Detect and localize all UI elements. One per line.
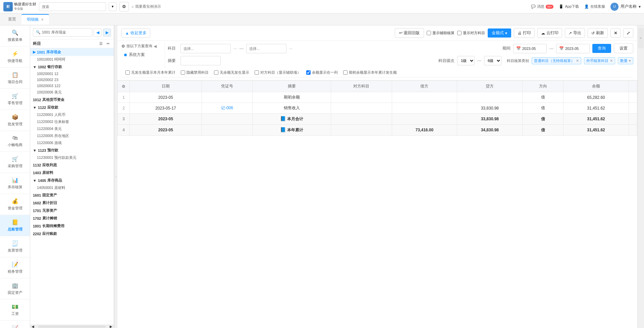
tab-home[interactable]: 首页 [3,14,21,24]
account-group-1001[interactable]: ▶ 1001 库存现金 [30,48,114,56]
sidebar-item-project[interactable]: 📋 项目合同 [0,68,30,89]
tag-close-icon[interactable]: ✕ [610,59,613,63]
account-group-1701[interactable]: 1701 无形资产 [30,207,114,214]
account-list-icon[interactable]: ☰ [98,41,104,47]
sidebar-item-search[interactable]: 🔍 搜索菜单 [0,25,30,47]
account-item-11220001[interactable]: 11220001 人民币 [30,111,114,118]
filter-settings-btn[interactable]: 设置 [614,44,633,53]
user-area[interactable]: U 用户名称 ▾ [610,3,641,11]
cb-opening-balance[interactable]: 期初余额显示本年累计发生额 [343,70,397,75]
sidebar-item-finance[interactable]: 💰 资金管理 [0,194,30,215]
top-dropdown-btn[interactable]: ▾ [109,2,117,11]
settings-gear-btn[interactable]: ⚙ [119,2,129,11]
cb-no-amount-input[interactable] [125,70,130,75]
scroll-prev-btn[interactable]: ◀ [30,324,36,328]
expand-panel-btn[interactable]: ⤢ [623,28,633,38]
account-group-1602[interactable]: 1602 累计折旧 [30,199,114,207]
account-group-1801[interactable]: 1801 长期待摊费用 [30,222,114,230]
cb-no-amount[interactable]: 无发生额显示本月本年累计 [125,70,175,75]
account-item-11220002[interactable]: 11220002 往来标签 [30,118,114,125]
demo-link[interactable]: ○ 我要看实例演示 [131,4,161,9]
refresh-btn[interactable]: ↺ 刷新 [588,28,608,38]
sidebar-item-inventory[interactable]: 📊 库存核算 [0,173,30,194]
account-item-11220005[interactable]: 11220005 所在地区 [30,132,114,139]
tag-close-icon[interactable]: ✕ [576,59,579,63]
account-edit-icon[interactable]: ✏ [105,41,111,47]
cb-opposite-account-input[interactable] [255,70,259,75]
sidebar-item-quick-nav[interactable]: ⚡ 快捷导航 [0,47,30,68]
account-item-14050001[interactable]: 14050001 原材料 [30,184,114,191]
account-group-1002[interactable]: ▼ 1002 银行存款 [30,63,114,71]
edge-collapse-btn[interactable]: › [638,28,644,48]
account-group-1122[interactable]: ▼ 1122 应收款 [30,104,114,111]
summary-input[interactable] [180,56,221,65]
cb-no-balance[interactable]: 无余额无发生显示 [214,70,249,75]
scroll-track[interactable] [38,326,106,328]
account-group-2202[interactable]: 2202 应付账款 [30,230,114,238]
export-btn[interactable]: ↗ 导出 [565,28,585,38]
account-group-1601[interactable]: 1601 固定资产 [30,191,114,199]
cb-balance-one-col[interactable]: 余额显示在一列 [306,70,338,75]
tag-close-icon[interactable]: ▾ [629,59,631,63]
account-nav-next[interactable]: ▶ [103,28,111,37]
period-start-picker[interactable]: 📅 2023-05 [513,44,547,53]
cb-no-balance-input[interactable] [214,70,218,75]
sidebar-item-invoice[interactable]: 🧾 发票管理 [0,236,30,257]
top-search-input[interactable] [39,2,106,11]
account-item-11230001[interactable]: 11230001 预付款款美元 [30,154,114,161]
account-group-1403[interactable]: 1403 原材料 [30,169,114,177]
scheme-collapse-icon[interactable]: ◀ [154,44,157,49]
account-group-1132[interactable]: 1132 应收利息 [30,161,114,169]
tab-close-icon[interactable]: ✕ [41,18,44,21]
account-filter-input-to[interactable] [246,44,286,53]
account-item-10020003[interactable]: 10020003 122 [30,83,114,89]
account-group-1012[interactable]: 1012 其他货币资金 [30,96,114,104]
voucher-link-2[interactable]: 记-006 [221,106,233,110]
query-btn[interactable]: 查询 [592,44,611,53]
cb-opposite-account[interactable]: 对方科目（显示辅助项） [255,70,301,75]
th-settings[interactable]: ⚙ [118,81,130,92]
print-btn[interactable]: 🖨 打印 [514,28,535,38]
cb-hide-disabled-input[interactable] [181,70,185,75]
level-to-select[interactable]: 6级5级4级 [484,56,501,65]
sidebar-item-tax[interactable]: 📝 税务管理 [0,257,30,278]
sidebar-item-general-ledger[interactable]: 📒 总账管理 [0,215,30,236]
category-tag-foreign[interactable]: 外币核算科目 ✕ [584,57,615,64]
message-btn[interactable]: 💬 消息 99+ [531,4,553,9]
account-item-10020002[interactable]: 10020002 23 [30,77,114,83]
close-panel-btn[interactable]: ✕ [610,28,621,38]
account-filter-input[interactable] [180,44,231,53]
account-group-1123[interactable]: ▼ 1123 预付款 [30,146,114,154]
account-item-10010001[interactable]: 10010001 呵呵呵 [30,56,114,63]
account-item-11220006[interactable]: 11220006 游戏 [30,139,114,146]
account-item-10020001[interactable]: 10020001 12 [30,71,114,77]
tab-ledger[interactable]: 明细账 ✕ [21,14,49,24]
account-nav-prev[interactable]: ◀ [94,28,102,37]
panel-collapse-handle[interactable]: ‹ [114,25,117,328]
sidebar-item-fixed-assets[interactable]: 🏢 固定资产 [0,278,30,300]
cb-hide-disabled[interactable]: 隐藏禁用科目 [181,70,209,75]
show-aux-input[interactable] [427,31,431,35]
account-item-11220004[interactable]: 11220004 美元 [30,125,114,132]
scroll-next-btn[interactable]: ▶ [108,324,114,328]
cloud-print-btn[interactable]: ☁ 云打印 [537,28,562,38]
sidebar-item-purchase[interactable]: 🛒 采购管理 [0,152,30,173]
cb-balance-one-col-input[interactable] [306,70,311,75]
return-old-version-btn[interactable]: ↩ 退回旧版 [395,28,424,38]
sidebar-item-ecommerce[interactable]: 🛍 小畅电商 [0,131,30,152]
online-service-btn[interactable]: 👤 在线客服 [584,4,605,9]
sidebar-item-management[interactable]: 📈 经营管理 [0,321,30,328]
app-download-btn[interactable]: 📱 App下载 [559,4,579,9]
cb-opening-balance-input[interactable] [343,70,347,75]
period-end-picker[interactable]: 📅 2023-05 [556,44,590,53]
gold-format-btn[interactable]: 金额式 ▾ [488,28,511,38]
show-opposite-input[interactable] [457,31,462,35]
account-search-btn[interactable]: 🔍 1001 库存现金 [33,28,92,37]
scheme-item-system[interactable]: 系统方案 [121,51,162,59]
sidebar-item-salary[interactable]: 💵 工资 [0,300,30,321]
sidebar-item-retail[interactable]: 🛒 零售管理 [0,89,30,110]
more-btn[interactable]: ▲ 收起更多 [121,28,150,38]
account-item-10020006[interactable]: 10020006 美元 [30,89,114,96]
account-group-1702[interactable]: 1702 累计摊销 [30,214,114,222]
level-from-select[interactable]: 1级2级3级 [457,56,475,65]
